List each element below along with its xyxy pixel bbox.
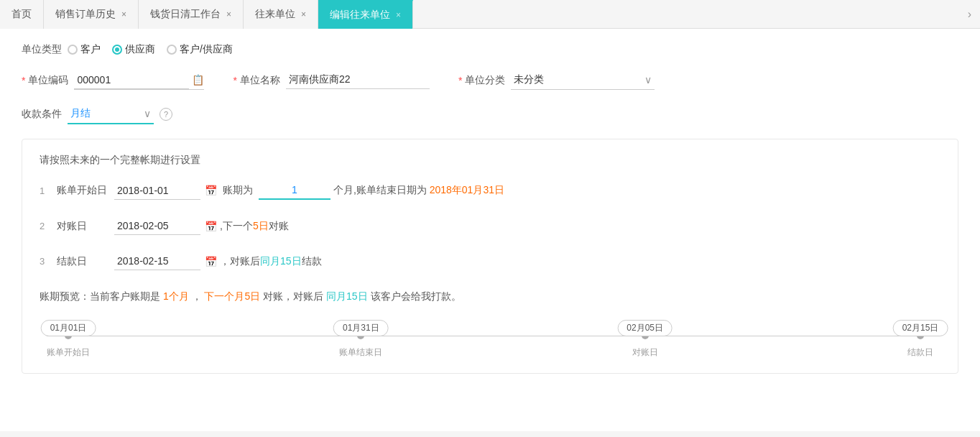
radio-customer-circle <box>68 45 78 55</box>
timeline-line <box>47 336 933 336</box>
unit-code-input[interactable] <box>74 71 189 89</box>
tab-cash-work[interactable]: 钱货日清工作台 × <box>139 0 244 29</box>
payment-condition-row: 收款条件 月结 ∨ ? <box>22 104 958 124</box>
preview-part2: 下一个月5日 <box>204 290 260 302</box>
payment-help-icon[interactable]: ? <box>160 108 172 121</box>
tab-sales-history-label: 销售订单历史 <box>55 8 116 21</box>
tab-home[interactable]: 首页 <box>0 0 44 29</box>
tab-cash-work-label: 钱货日清工作台 <box>150 8 221 21</box>
period-suffix: 个月,账单结束日期为 <box>330 184 430 197</box>
radio-customer-label: 客户 <box>80 43 101 56</box>
preview-mid2: 对账，对账后 <box>263 290 323 302</box>
unit-type-group: 单位类型 客户 供应商 客户/供应商 <box>22 43 233 56</box>
timeline-badge-0: 01月01日 <box>41 320 96 336</box>
recon-date-input[interactable] <box>114 217 200 235</box>
unit-category-value: 未分类 <box>514 73 642 86</box>
tab-more-button[interactable]: › <box>959 8 980 21</box>
timeline-label-2: 对账日 <box>632 346 658 359</box>
unit-category-required: * <box>458 75 462 86</box>
date-input-wrap-3: 📅 <box>114 252 217 270</box>
row-num-2: 2 <box>40 221 57 231</box>
recon-date-calendar-icon[interactable]: 📅 <box>205 221 217 232</box>
pay-date-input[interactable] <box>114 252 200 270</box>
timeline-badge-3: 02月15日 <box>893 320 948 336</box>
unit-category-select[interactable]: 未分类 ∨ <box>511 70 655 90</box>
code-name-row: * 单位编码 📋 * 单位名称 * 单位分类 未分类 ∨ <box>22 70 958 90</box>
payment-condition-value: 月结 <box>70 107 141 120</box>
timeline-badge-1: 01月31日 <box>333 320 389 336</box>
preview-part1: 1个月 <box>163 290 189 302</box>
row-num-1: 1 <box>40 185 57 196</box>
tab-partner[interactable]: 往来单位 × <box>244 0 318 29</box>
unit-category-label: 单位分类 <box>465 74 505 87</box>
timeline-container: 01月01日 账单开始日 01月31日 账单结束日 02月05日 对账日 <box>47 320 933 359</box>
timeline-label-3: 结款日 <box>907 346 933 359</box>
pay-suffix-post: 结款 <box>302 255 322 268</box>
timeline-badge-2: 02月05日 <box>617 320 672 336</box>
tab-cash-work-close[interactable]: × <box>226 9 231 19</box>
unit-name-input[interactable] <box>286 71 430 89</box>
unit-name-required: * <box>233 75 236 86</box>
radio-both-circle <box>167 45 177 55</box>
tab-home-label: 首页 <box>11 8 32 21</box>
radio-both[interactable]: 客户/供应商 <box>167 43 233 56</box>
unit-code-copy-icon[interactable]: 📋 <box>192 74 204 86</box>
setting-row-1: 1 账单开始日 📅 账期为 个月,账单结束日期为 2018年01月31日 <box>40 181 940 200</box>
radio-supplier-circle <box>112 45 122 55</box>
unit-category-group: * 单位分类 未分类 ∨ <box>458 70 655 90</box>
pay-suffix-pre: ，对账后 <box>220 255 260 268</box>
start-date-calendar-icon[interactable]: 📅 <box>205 185 217 196</box>
unit-code-label: 单位编码 <box>28 74 68 87</box>
pay-date-calendar-icon[interactable]: 📅 <box>205 256 217 267</box>
timeline-point-3: 02月15日 结款日 <box>907 320 933 359</box>
recon-suffix-pre: ,下一个 <box>220 220 253 233</box>
period-label: 账期为 <box>223 184 253 197</box>
timeline-label-0: 账单开始日 <box>47 346 90 359</box>
row-num-3: 3 <box>40 256 57 267</box>
row-title-2: 对账日 <box>57 220 114 233</box>
setting-row-2: 2 对账日 📅 ,下一个5日对账 <box>40 217 940 235</box>
main-content: 单位类型 客户 供应商 客户/供应商 * 单位编码 <box>0 29 980 431</box>
timeline-point-0: 01月01日 账单开始日 <box>47 320 90 359</box>
recon-suffix-post: 对账 <box>269 220 289 233</box>
radio-customer[interactable]: 客户 <box>68 43 101 56</box>
tab-bar: 首页 销售订单历史 × 钱货日清工作台 × 往来单位 × 编辑往来单位 × › <box>0 0 980 29</box>
radio-both-label: 客户/供应商 <box>180 43 233 56</box>
date-input-wrap-1: 📅 <box>114 182 217 200</box>
timeline-label-1: 账单结束日 <box>339 346 382 359</box>
unit-type-row: 单位类型 客户 供应商 客户/供应商 <box>22 43 958 56</box>
tab-sales-history-close[interactable]: × <box>121 9 126 19</box>
unit-name-label: 单位名称 <box>240 74 280 87</box>
radio-supplier[interactable]: 供应商 <box>112 43 155 56</box>
unit-type-radio-group: 客户 供应商 客户/供应商 <box>68 43 233 56</box>
tab-partner-label: 往来单位 <box>255 8 295 21</box>
timeline-section: 01月01日 账单开始日 01月31日 账单结束日 02月05日 对账日 <box>40 320 940 359</box>
preview-prefix: 账期预览：当前客户账期是 <box>40 290 160 302</box>
section-description: 请按照未来的一个完整帐期进行设置 <box>40 154 940 167</box>
row-title-1: 账单开始日 <box>57 184 114 197</box>
pay-day-highlight: 同月15日 <box>260 255 302 268</box>
row-title-3: 结款日 <box>57 255 114 268</box>
preview-suffix: 该客户会给我打款。 <box>371 290 461 302</box>
tab-partner-close[interactable]: × <box>301 9 306 19</box>
preview-part3: 同月15日 <box>326 290 368 302</box>
tab-sales-history[interactable]: 销售订单历史 × <box>44 0 139 29</box>
timeline-point-2: 02月05日 对账日 <box>632 320 658 359</box>
timeline-point-1: 01月31日 账单结束日 <box>339 320 382 359</box>
tab-edit-partner-label: 编辑往来单位 <box>330 9 390 22</box>
payment-condition-group: 收款条件 月结 ∨ ? <box>22 104 172 124</box>
start-date-input[interactable] <box>114 182 200 200</box>
unit-code-required: * <box>22 75 25 86</box>
setting-row-3: 3 结款日 📅 ，对账后同月15日结款 <box>40 252 940 270</box>
period-settings-section: 请按照未来的一个完整帐期进行设置 1 账单开始日 📅 账期为 个月,账单结束日期… <box>22 139 958 374</box>
tab-edit-partner-close[interactable]: × <box>396 10 401 20</box>
period-value-input[interactable] <box>259 181 330 200</box>
radio-supplier-label: 供应商 <box>125 43 155 56</box>
tab-edit-partner[interactable]: 编辑往来单位 × <box>318 0 413 29</box>
unit-name-group: * 单位名称 <box>233 71 429 89</box>
payment-condition-select[interactable]: 月结 ∨ <box>68 104 154 124</box>
payment-condition-arrow-icon: ∨ <box>144 108 151 119</box>
unit-category-arrow-icon: ∨ <box>644 74 652 86</box>
unit-code-input-wrap: 📋 <box>74 71 204 90</box>
date-input-wrap-2: 📅 <box>114 217 217 235</box>
